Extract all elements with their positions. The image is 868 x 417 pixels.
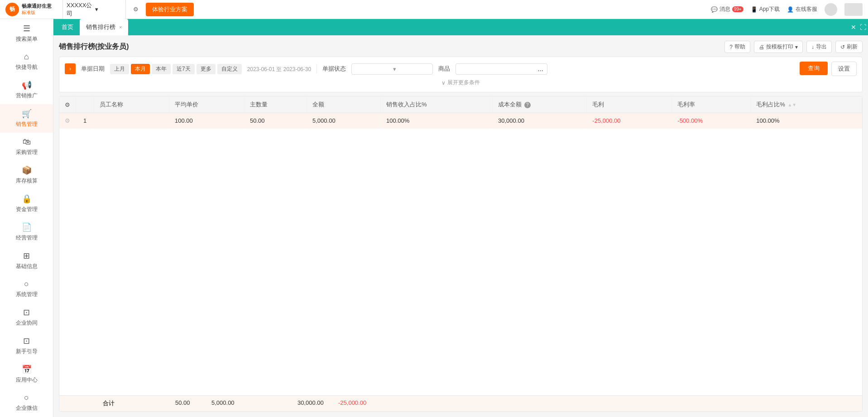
gross-pct-sort-icon[interactable]: ▲▼ [787,102,796,107]
date-filter-label: 单据日期 [81,65,105,73]
sidebar-label-apps: 应用中心 [16,376,38,384]
footer-gross: -25,000.00 [333,399,374,407]
message-action[interactable]: 💬 消息 99+ [711,5,743,13]
app-download-action[interactable]: 📱 App下载 [751,5,780,13]
logo-text: 畅康通好生意 标准版 [22,3,52,16]
sidebar-label-search: 搜索菜单 [16,35,38,43]
logo-area: 畅 畅康通好生意 标准版 [5,3,59,16]
sidebar: ☰ 搜索菜单 ⌂ 快捷导航 📢 营销推广 🛒 销售管理 🛍 采购管理 📦 库存核… [0,19,53,417]
sidebar-item-marketing[interactable]: 📢 营销推广 [0,76,53,104]
page-title: 销售排行榜(按业务员) [59,42,129,52]
row-rank: 1 [76,113,94,129]
col-qty: 主数量 [245,96,307,113]
sidebar-item-sales[interactable]: 🛒 销售管理 [0,104,53,133]
help-button[interactable]: ? 帮助 [724,41,750,53]
col-gross-pct: 毛利占比% ▲▼ [751,96,862,113]
marketing-icon: 📢 [22,80,32,90]
settings-icon[interactable]: ⚙ [129,3,142,16]
app-icon: 📱 [751,6,758,13]
industry-button[interactable]: 体验行业方案 [146,3,194,16]
sidebar-label-operations: 经营管理 [16,234,38,242]
period-btn-custom[interactable]: 自定义 [217,64,242,74]
footer-avg-price [134,399,170,407]
sidebar-item-wechat[interactable]: ○ 企业微信 [0,388,53,417]
row-avg-price: 100.00 [169,113,245,129]
tab-maximize-icon[interactable]: ⛶ [860,24,866,31]
sidebar-item-basic[interactable]: ⊞ 基础信息 [0,246,53,275]
col-settings[interactable]: ⚙ [59,96,76,113]
row-settings[interactable]: ⚙ [59,113,76,129]
user-name-area [844,3,863,16]
inventory-icon: 📦 [22,165,32,175]
tab-bar: 首页 销售排行榜 × ✕ ⛶ [53,19,868,35]
row-gross-pct: 100.00% [751,113,862,129]
period-btn-more[interactable]: 更多 [197,64,216,74]
goods-more-icon: … [537,66,543,72]
status-select[interactable]: ▾ [351,63,433,75]
avatar[interactable] [825,3,837,16]
tab-bar-right: ✕ ⛶ [851,24,866,31]
tab-sales-ranking[interactable]: 销售排行榜 × [80,19,128,35]
table-empty-space [59,129,862,395]
sidebar-item-shortcuts[interactable]: ⌂ 快捷导航 [0,48,53,76]
period-btn-this-month[interactable]: 本月 [131,64,150,74]
home-icon: ⌂ [24,52,29,62]
sidebar-label-shortcuts: 快捷导航 [16,63,38,71]
row-gross-rate: -500.00% [672,113,751,129]
print-chevron-icon: ▾ [795,44,798,50]
online-service-action[interactable]: 👤 在线客服 [787,5,817,13]
sidebar-label-guide: 新手引导 [16,348,38,355]
row-sales-pct: 100.00% [381,113,493,129]
query-button[interactable]: 查询 [800,62,828,75]
sidebar-label-finance: 资金管理 [16,206,38,213]
col-avg-price: 平均单价 [169,96,245,113]
period-btn-7days[interactable]: 近7天 [173,64,195,74]
sidebar-item-operations[interactable]: 📄 经营管理 [0,218,53,246]
period-btn-this-year[interactable]: 本年 [152,64,171,74]
tab-close-icon[interactable]: × [119,24,122,30]
page-actions: ? 帮助 🖨 按模板打印 ▾ ↓ 导出 ↺ 刷新 [724,41,863,53]
row-amount: 5,000.00 [307,113,381,129]
sidebar-item-apps[interactable]: 📅 应用中心 [0,360,53,388]
filter-divider-1 [317,64,317,73]
footer-amount: 5,000.00 [206,399,247,407]
sales-icon: 🛒 [22,109,32,119]
sidebar-item-inventory[interactable]: 📦 库存核算 [0,161,53,189]
goods-input-area[interactable]: … [456,63,547,75]
row-qty: 50.00 [245,113,307,129]
tab-home[interactable]: 首页 [55,19,80,35]
sidebar-item-search[interactable]: ☰ 搜索菜单 [0,19,53,48]
refresh-button[interactable]: ↺ 刷新 [835,41,863,53]
sidebar-item-enterprise[interactable]: ⊡ 企业协同 [0,303,53,331]
print-button[interactable]: 🖨 按模板打印 ▾ [754,41,803,53]
col-sales-pct: 销售收入占比% [381,96,493,113]
chevron-down-icon: ▾ [95,6,122,13]
cost-info-icon[interactable]: ? [524,102,531,108]
service-icon: 👤 [787,6,794,13]
sidebar-item-guide[interactable]: ⊡ 新手引导 [0,331,53,360]
goods-input[interactable] [460,66,536,72]
sidebar-item-system[interactable]: ○ 系统管理 [0,275,53,303]
expand-more-row[interactable]: ∨ 展开更多条件 [65,76,857,87]
sidebar-item-finance[interactable]: 🔒 资金管理 [0,189,53,218]
finance-icon: 🔒 [22,194,32,204]
help-icon: ? [729,44,733,50]
export-icon: ↓ [811,44,814,50]
company-selector[interactable]: XXXXX公司 ▾ [62,0,126,20]
ranking-table: ⚙ 员工名称 平均单价 主数量 全额 销售收入占比% 成本全额 ? 毛利 [59,96,862,129]
export-button[interactable]: ↓ 导出 [806,41,832,53]
col-gross: 毛利 [587,96,672,113]
filter-settings-button[interactable]: 设置 [831,62,857,76]
sidebar-item-purchase[interactable]: 🛍 采购管理 [0,133,53,161]
top-header: 畅 畅康通好生意 标准版 XXXXX公司 ▾ ⚙ 体验行业方案 💬 消息 99+… [0,0,868,19]
col-amount: 全额 [307,96,381,113]
table-footer: 合计 50.00 5,000.00 30,000.00 -25,000.00 [59,395,862,411]
col-gross-rate: 毛利率 [672,96,751,113]
col-cost: 成本全额 ? [493,96,587,113]
status-select-chevron: ▾ [393,66,429,72]
message-icon: 💬 [711,6,718,13]
filter-collapse-btn[interactable]: › [65,63,76,74]
table-container: ⚙ 员工名称 平均单价 主数量 全额 销售收入占比% 成本全额 ? 毛利 [59,96,863,412]
tab-close-window-icon[interactable]: ✕ [851,24,856,31]
period-btn-last-month[interactable]: 上月 [110,64,129,74]
